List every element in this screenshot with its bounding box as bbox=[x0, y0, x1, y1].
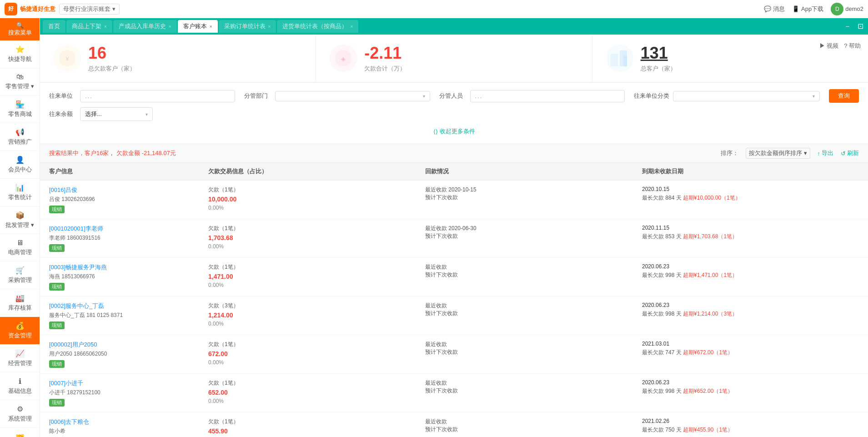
tab-minimize-btn[interactable]: － bbox=[842, 21, 853, 32]
tab-customer-account[interactable]: 客户账本 × bbox=[178, 20, 218, 33]
stat-number-amount: -2.11 bbox=[364, 44, 406, 63]
overdue-link[interactable]: 超期¥652.00（1笔） bbox=[683, 388, 733, 394]
sidebar-item-quick-nav[interactable]: ⭐ 快捷导航 bbox=[0, 40, 40, 68]
debt-label: 欠款（1笔） bbox=[208, 379, 425, 387]
due-date-info: 2020.06.23 最长欠款 998 天 超期¥1,471.00（1笔） bbox=[642, 263, 859, 279]
result-info: 搜索结果中，客户16家， 欠款金额 -21,148.07元 bbox=[49, 149, 176, 157]
col-header-duedate: 到期未收款日期 bbox=[642, 167, 859, 176]
customer-name-link[interactable]: [0001020001]李老师 bbox=[49, 225, 103, 232]
sidebar-item-operation[interactable]: 📈 经营管理 bbox=[0, 345, 40, 372]
debt-label: 欠款（1笔） bbox=[208, 418, 425, 426]
mall-icon: 🏪 bbox=[15, 100, 25, 109]
sidebar-item-retail-mall[interactable]: 🏪 零售商城 bbox=[0, 95, 40, 123]
sidebar-item-enterprise[interactable]: 🤝 企业协同 bbox=[0, 428, 40, 437]
sidebar-item-system[interactable]: ⚙ 系统管理 bbox=[0, 400, 40, 428]
debt-ratio: 0.00% bbox=[208, 321, 425, 327]
person-input[interactable]: ... bbox=[470, 90, 625, 102]
tab-purchase-order[interactable]: 采购订单统计表 × bbox=[219, 20, 276, 33]
filter-btn-area: 查询 bbox=[829, 89, 859, 103]
sidebar-item-label: 零售管理 ▾ bbox=[5, 82, 34, 90]
overdue-link[interactable]: 超期¥1,471.00（1笔） bbox=[683, 272, 738, 278]
overdue-link[interactable]: 超期¥455.90（1笔） bbox=[683, 427, 733, 433]
customer-info: [0002]服务中心_丁磊 服务中心_丁磊 181 0125 8371 现销 bbox=[49, 302, 208, 329]
tab-purchase-stats[interactable]: 进货单统计表（按商品） × bbox=[277, 20, 358, 33]
sidebar-item-purchase[interactable]: 🛒 采购管理 bbox=[0, 261, 40, 289]
tab-home[interactable]: 首页 bbox=[43, 20, 65, 33]
export-label: 导出 bbox=[822, 149, 833, 157]
collapse-btn[interactable]: ⟨⟩ 收起更多条件 bbox=[49, 126, 859, 137]
sort-select[interactable]: 按欠款金额倒序排序 ▾ bbox=[746, 148, 810, 159]
stat-card-total: 131 总客户（家） ▶ 视频 ? 帮助 bbox=[592, 35, 868, 82]
close-icon[interactable]: × bbox=[210, 24, 212, 29]
sidebar-item-retail-manage[interactable]: 🛍 零售管理 ▾ bbox=[0, 68, 40, 95]
debt-amount: 10,000.00 bbox=[208, 196, 425, 203]
tab-product-history[interactable]: 产成品入库单历史 × bbox=[113, 20, 177, 33]
overdue-link[interactable]: 超期¥1,703.68（1笔） bbox=[683, 233, 738, 240]
balance-select[interactable]: 选择... ▾ bbox=[80, 107, 153, 121]
video-btn[interactable]: ▶ 视频 bbox=[819, 42, 839, 50]
inventory-icon: 🏭 bbox=[15, 294, 25, 302]
source-unit-input[interactable]: ... bbox=[80, 90, 235, 102]
table-header: 客户信息 欠款交易信息（占比） 回款情况 到期未收款日期 bbox=[40, 163, 868, 181]
next-payment: 预计下次收款 bbox=[425, 194, 642, 201]
tab-maximize-btn[interactable]: ⊡ bbox=[856, 21, 865, 32]
org-name: 母婴行业演示账套 bbox=[63, 5, 110, 13]
tab-label: 进货单统计表（按商品） bbox=[282, 22, 347, 30]
org-selector[interactable]: 母婴行业演示账套 ▾ bbox=[59, 4, 120, 15]
sidebar-item-member[interactable]: 👤 会员中心 bbox=[0, 151, 40, 179]
refresh-label: 刷新 bbox=[847, 149, 859, 157]
debt-label: 欠款（3笔） bbox=[208, 302, 425, 310]
sidebar-item-basic-info[interactable]: ℹ 基础信息 bbox=[0, 372, 40, 400]
close-icon[interactable]: × bbox=[350, 24, 353, 29]
message-btn[interactable]: 💬 消息 bbox=[764, 5, 785, 13]
overdue-link[interactable]: 超期¥1,214.00（3笔） bbox=[683, 311, 738, 317]
close-icon[interactable]: × bbox=[169, 24, 171, 29]
star-icon: ⭐ bbox=[15, 45, 25, 54]
close-icon[interactable]: × bbox=[104, 24, 107, 29]
sidebar-item-label: 快捷导航 bbox=[8, 55, 32, 63]
close-icon[interactable]: × bbox=[268, 24, 271, 29]
sidebar-item-inventory[interactable]: 🏭 库存核算 bbox=[0, 289, 40, 317]
search-menu-btn[interactable]: 🔍 搜索菜单 bbox=[0, 18, 40, 40]
right-panel: 首页 商品上下架 × 产成品入库单历史 × 客户账本 × 采购订单统计表 × bbox=[40, 18, 868, 437]
sidebar-item-retail-stats[interactable]: 📊 零售统计 bbox=[0, 179, 40, 206]
tab-bar-actions: － ⊡ bbox=[842, 21, 865, 32]
next-payment: 预计下次收款 bbox=[425, 271, 642, 279]
customer-name-link[interactable]: [0002]服务中心_丁磊 bbox=[49, 302, 104, 309]
sidebar-item-capital[interactable]: 💰 资金管理 bbox=[0, 317, 40, 345]
export-icon: ↑ bbox=[818, 150, 821, 157]
overdue-link[interactable]: 超期¥10,000.00（1笔） bbox=[683, 195, 741, 201]
recovery-label: 最近收款 bbox=[425, 418, 642, 426]
unit-class-input[interactable]: ▾ bbox=[673, 91, 820, 101]
logo-area: 好 畅捷通好生意 bbox=[5, 3, 55, 15]
capital-icon: 💰 bbox=[15, 321, 25, 330]
search-menu-label: 搜索菜单 bbox=[2, 29, 38, 37]
ecommerce-icon: 🖥 bbox=[16, 239, 24, 247]
customer-name-link[interactable]: [000002]用户2050 bbox=[49, 341, 97, 348]
next-payment: 预计下次收款 bbox=[425, 387, 642, 395]
overdue-info: 最长欠款 998 天 超期¥1,214.00（3笔） bbox=[642, 310, 859, 318]
tab-product-offline[interactable]: 商品上下架 × bbox=[66, 20, 112, 33]
query-button[interactable]: 查询 bbox=[829, 89, 859, 103]
result-actions: 排序： 按欠款金额倒序排序 ▾ ↑ 导出 ↺ 刷新 bbox=[721, 148, 859, 159]
sidebar-item-ecommerce[interactable]: 🖥 电商管理 bbox=[0, 234, 40, 261]
filter-balance: 往来余额 选择... ▾ bbox=[49, 107, 859, 121]
export-btn[interactable]: ↑ 导出 bbox=[818, 149, 834, 157]
customer-name-link[interactable]: [0007]小进千 bbox=[49, 380, 83, 387]
customers-icon: ¥ bbox=[54, 45, 81, 72]
sidebar-item-marketing[interactable]: 📢 营销推广 bbox=[0, 123, 40, 151]
filter-unit-class: 往来单位分类 ▾ bbox=[634, 91, 820, 101]
recovery-label: 最近收款 bbox=[425, 379, 642, 387]
app-download-btn[interactable]: 📱 App下载 bbox=[792, 5, 823, 13]
customer-name-link[interactable]: [0016]吕俊 bbox=[49, 186, 77, 193]
customer-name-link[interactable]: [0003]畅捷服务尹海燕 bbox=[49, 264, 107, 271]
sidebar-item-batch-manage[interactable]: 📦 批发管理 ▾ bbox=[0, 206, 40, 234]
stats-bar: ¥ 16 总欠款客户（家） ◈ bbox=[40, 35, 868, 83]
refresh-btn[interactable]: ↺ 刷新 bbox=[841, 149, 859, 157]
overdue-link[interactable]: 超期¥672.00（1笔） bbox=[683, 349, 733, 356]
page-content: ¥ 16 总欠款客户（家） ◈ bbox=[40, 35, 868, 437]
help-btn[interactable]: ? 帮助 bbox=[844, 42, 861, 50]
customer-name-link[interactable]: [0006]去下粮仓 bbox=[49, 418, 89, 425]
dept-input[interactable]: ▾ bbox=[275, 91, 430, 101]
user-area[interactable]: D demo2 bbox=[831, 3, 863, 15]
